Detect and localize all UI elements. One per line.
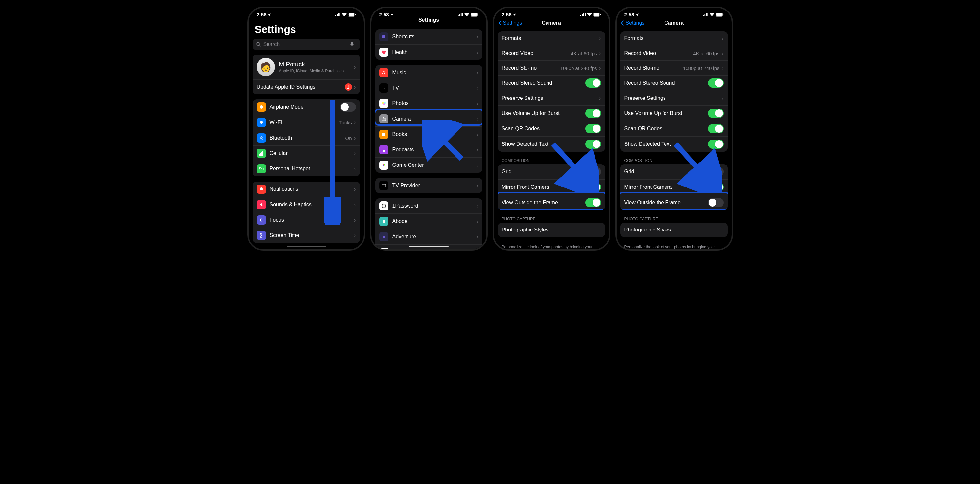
chevron-right-icon: ›	[599, 65, 601, 71]
toggle[interactable]	[340, 102, 356, 112]
chevron-right-icon: ›	[354, 135, 356, 141]
toggle[interactable]	[585, 124, 601, 133]
row-shortcuts[interactable]: Shortcuts›	[375, 29, 482, 44]
row-podcasts[interactable]: Podcasts›	[375, 142, 482, 158]
nav-title: Settings	[418, 17, 439, 23]
row-photos[interactable]: Photos›	[375, 96, 482, 111]
row-formats[interactable]: Formats›	[498, 31, 605, 46]
row-adventure[interactable]: Adventure›	[375, 229, 482, 244]
toggle[interactable]	[708, 198, 724, 207]
toggle[interactable]	[708, 182, 724, 192]
toggle[interactable]	[585, 140, 601, 149]
row-music[interactable]: Music›	[375, 65, 482, 81]
row-personal-hotspot[interactable]: Personal Hotspot›	[253, 161, 360, 176]
chevron-right-icon: ›	[477, 69, 479, 76]
back-button[interactable]: Settings	[498, 20, 522, 26]
row-view-outside-the-frame[interactable]: View Outside the Frame	[498, 195, 605, 210]
svg-rect-12	[260, 153, 261, 156]
row-mirror-front-camera[interactable]: Mirror Front Camera	[620, 179, 728, 195]
toggle[interactable]	[708, 140, 724, 149]
row-record-video[interactable]: Record Video4K at 60 fps›	[620, 46, 728, 61]
row-detail: 4K at 60 fps	[571, 51, 597, 56]
app-icon	[257, 231, 266, 240]
svg-point-40	[382, 204, 386, 208]
chevron-right-icon: ›	[722, 95, 724, 102]
chevron-left-icon	[620, 20, 624, 26]
toggle[interactable]	[708, 167, 724, 176]
svg-rect-17	[458, 15, 459, 16]
section-photo-capture: PHOTO CAPTURE	[498, 216, 605, 223]
row-record-stereo-sound[interactable]: Record Stereo Sound	[498, 76, 605, 91]
toggle[interactable]	[708, 124, 724, 133]
row-tv[interactable]: tvTV›	[375, 81, 482, 96]
row-cellular[interactable]: Cellular›	[253, 146, 360, 161]
search-input[interactable]: Search	[253, 39, 360, 50]
footer-text: Personalize the look of your photos by b…	[498, 242, 605, 251]
row-abode[interactable]: Abode›	[375, 214, 482, 229]
toggle[interactable]	[585, 109, 601, 118]
row-label: Record Stereo Sound	[502, 80, 585, 86]
nav-bar: Settings	[371, 17, 486, 23]
row-tv-provider[interactable]: TV Provider›	[375, 178, 482, 193]
row-label: Wi-Fi	[270, 119, 339, 125]
back-button[interactable]: Settings	[620, 20, 645, 26]
row-label: Scan QR Codes	[502, 126, 585, 132]
chevron-right-icon: ›	[477, 85, 479, 92]
row-show-detected-text[interactable]: Show Detected Text	[620, 136, 728, 152]
row-use-volume-up-for-burst[interactable]: Use Volume Up for Burst	[498, 106, 605, 121]
row-scan-qr-codes[interactable]: Scan QR Codes	[498, 121, 605, 136]
row-formats[interactable]: Formats›	[620, 31, 728, 46]
toggle[interactable]	[585, 198, 601, 207]
row-books[interactable]: Books›	[375, 127, 482, 142]
row-use-volume-up-for-burst[interactable]: Use Volume Up for Burst	[620, 106, 728, 121]
home-indicator[interactable]	[286, 246, 326, 247]
row-label: Amazon	[392, 249, 477, 251]
row-notifications[interactable]: Notifications›	[253, 182, 360, 197]
toggle[interactable]	[585, 78, 601, 88]
svg-point-36	[384, 164, 385, 165]
row-mirror-front-camera[interactable]: Mirror Front Camera	[498, 179, 605, 195]
svg-rect-52	[600, 14, 601, 15]
row-amazon[interactable]: Amazon›	[375, 244, 482, 251]
row-scan-qr-codes[interactable]: Scan QR Codes	[620, 121, 728, 136]
row-record-slo-mo[interactable]: Record Slo-mo1080p at 240 fps›	[498, 61, 605, 76]
update-apple-id-row[interactable]: Update Apple ID Settings 1 ›	[253, 80, 360, 94]
row-airplane-mode[interactable]: Airplane Mode	[253, 100, 360, 115]
apple-id-row[interactable]: 🧑 M Potuck Apple ID, iCloud, Media & Pur…	[253, 54, 360, 80]
row-sounds-haptics[interactable]: Sounds & Haptics›	[253, 197, 360, 213]
svg-rect-6	[355, 14, 356, 15]
row-label: Adventure	[392, 234, 477, 240]
photographic-styles-row[interactable]: Photographic Styles	[498, 223, 605, 237]
toggle[interactable]	[708, 78, 724, 88]
phone-settings-list: 2:58 Settings Shortcuts›Health› Music›tv…	[370, 6, 488, 251]
row-preserve-settings[interactable]: Preserve Settings›	[498, 91, 605, 106]
row-record-video[interactable]: Record Video4K at 60 fps›	[498, 46, 605, 61]
svg-point-34	[383, 148, 385, 150]
row-record-stereo-sound[interactable]: Record Stereo Sound	[620, 76, 728, 91]
row-bluetooth[interactable]: BluetoothOn›	[253, 130, 360, 146]
row-wi-fi[interactable]: Wi-FiTucks›	[253, 115, 360, 130]
row-grid[interactable]: Grid	[498, 164, 605, 179]
row-screen-time[interactable]: Screen Time›	[253, 228, 360, 243]
home-indicator[interactable]	[409, 246, 449, 247]
toggle[interactable]	[708, 109, 724, 118]
row-focus[interactable]: Focus›	[253, 213, 360, 228]
row-label: Notifications	[270, 186, 354, 192]
mic-icon[interactable]	[349, 42, 355, 47]
toggle[interactable]	[585, 182, 601, 192]
toggle[interactable]	[585, 167, 601, 176]
row-health[interactable]: Health›	[375, 44, 482, 60]
row-grid[interactable]: Grid	[620, 164, 728, 179]
row-game-center[interactable]: Game Center›	[375, 158, 482, 173]
photographic-styles-row[interactable]: Photographic Styles	[620, 223, 728, 237]
row-preserve-settings[interactable]: Preserve Settings›	[620, 91, 728, 106]
svg-point-30	[383, 119, 385, 120]
nav-title: Camera	[664, 20, 684, 26]
row-view-outside-the-frame[interactable]: View Outside the Frame	[620, 195, 728, 210]
row-camera[interactable]: Camera›	[375, 111, 482, 127]
row-1password[interactable]: 1Password›	[375, 198, 482, 214]
chevron-right-icon: ›	[354, 150, 356, 157]
row-show-detected-text[interactable]: Show Detected Text	[498, 136, 605, 152]
row-record-slo-mo[interactable]: Record Slo-mo1080p at 240 fps›	[620, 61, 728, 76]
app-icon: tv	[379, 83, 388, 93]
